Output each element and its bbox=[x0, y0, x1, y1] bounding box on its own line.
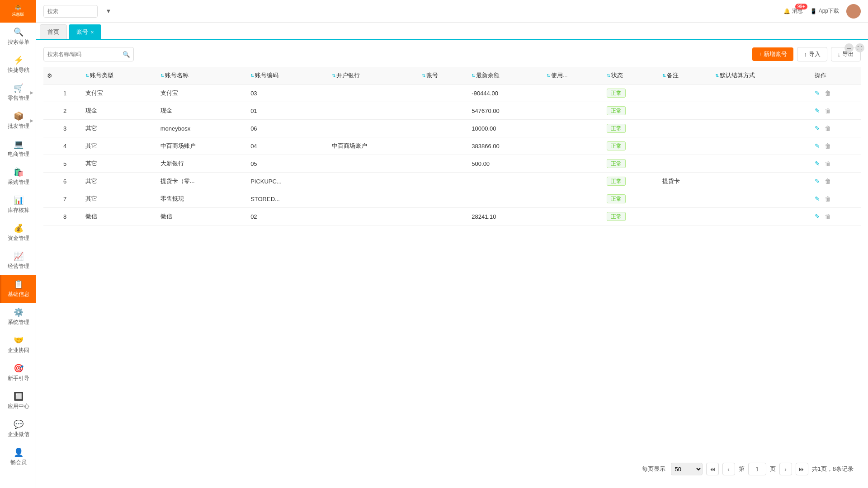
sidebar-item-finance[interactable]: 💰 资金管理 bbox=[0, 219, 36, 247]
top-header: ▼ 🔔 消息 99+ 📱 App下载 bbox=[36, 0, 868, 23]
retail-icon: 🛒 bbox=[14, 83, 24, 93]
sidebar-label-operations: 经营管理 bbox=[8, 263, 29, 270]
cell-gear-7 bbox=[43, 208, 60, 225]
sidebar-label-system: 系统管理 bbox=[8, 319, 29, 326]
edit-button-7[interactable]: ✎ bbox=[815, 213, 820, 220]
cell-type-1: 现金 bbox=[82, 102, 156, 120]
sidebar-item-wechat[interactable]: 💬 企业微信 bbox=[0, 415, 36, 443]
cell-actions-1: ✎ 🗑 bbox=[811, 102, 861, 120]
newbie-icon: 🎯 bbox=[14, 363, 24, 373]
delete-button-7[interactable]: 🗑 bbox=[825, 213, 831, 220]
delete-button-4[interactable]: 🗑 bbox=[825, 160, 831, 167]
edit-button-6[interactable]: ✎ bbox=[815, 195, 820, 202]
cell-status-5: 正常 bbox=[603, 173, 659, 190]
table-search-input[interactable] bbox=[44, 51, 119, 57]
system-icon: ⚙️ bbox=[14, 307, 24, 317]
next-page-button[interactable]: › bbox=[779, 463, 792, 475]
col-usage[interactable]: ⇅使用... bbox=[543, 67, 603, 84]
col-settle[interactable]: ⇅默认结算方式 bbox=[712, 67, 811, 84]
edit-button-3[interactable]: ✎ bbox=[815, 142, 820, 150]
sidebar-item-wholesale[interactable]: 📦 批发管理 ▶ bbox=[0, 107, 36, 135]
edit-button-4[interactable]: ✎ bbox=[815, 160, 820, 167]
cell-account-2 bbox=[418, 120, 468, 137]
table-row: 7 其它 零售抵现 STORED... 正常 ✎ 🗑 bbox=[43, 190, 861, 208]
message-badge: 99+ bbox=[795, 4, 807, 9]
col-balance[interactable]: ⇅最新余额 bbox=[468, 67, 542, 84]
cell-status-7: 正常 bbox=[603, 208, 659, 225]
prev-page-button[interactable]: ‹ bbox=[722, 463, 735, 475]
message-button[interactable]: 🔔 消息 99+ bbox=[783, 7, 803, 15]
cell-name-2: moneybosx bbox=[157, 120, 247, 137]
cell-bank-1 bbox=[328, 102, 418, 120]
sidebar-label-enterprise: 企业协同 bbox=[8, 347, 29, 354]
sidebar-item-shortcut[interactable]: ⚡ 快捷导航 bbox=[0, 51, 36, 79]
col-status[interactable]: ⇅状态 bbox=[603, 67, 659, 84]
edit-button-5[interactable]: ✎ bbox=[815, 178, 820, 185]
sidebar-item-newbie[interactable]: 🎯 新手引导 bbox=[0, 359, 36, 387]
edit-button-2[interactable]: ✎ bbox=[815, 125, 820, 132]
maximize-button[interactable]: ⛶ bbox=[855, 43, 864, 52]
user-avatar[interactable] bbox=[846, 4, 861, 19]
export-icon: ↓ bbox=[838, 51, 841, 58]
sidebar-item-inventory[interactable]: 📊 库存核算 bbox=[0, 191, 36, 219]
cell-usage-6 bbox=[543, 190, 603, 208]
cell-bank-3: 中百商场账户 bbox=[328, 137, 418, 155]
tab-account[interactable]: 账号 × bbox=[69, 24, 101, 39]
top-search-input[interactable] bbox=[43, 5, 98, 18]
cell-usage-7 bbox=[543, 208, 603, 225]
edit-button-1[interactable]: ✎ bbox=[815, 107, 820, 114]
import-icon: ↑ bbox=[804, 51, 807, 58]
cell-account-5 bbox=[418, 173, 468, 190]
col-remark[interactable]: ⇅备注 bbox=[659, 67, 712, 84]
sidebar-item-system[interactable]: ⚙️ 系统管理 bbox=[0, 303, 36, 331]
edit-button-0[interactable]: ✎ bbox=[815, 89, 820, 97]
sidebar-item-enterprise[interactable]: 🤝 企业协同 bbox=[0, 331, 36, 359]
col-type[interactable]: ⇅账号类型 bbox=[82, 67, 156, 84]
cell-bank-7 bbox=[328, 208, 418, 225]
sidebar-item-basic[interactable]: 📋 基础信息 bbox=[0, 275, 36, 303]
sidebar-item-member[interactable]: 👤 畅会员 bbox=[0, 443, 36, 471]
delete-button-5[interactable]: 🗑 bbox=[825, 178, 831, 185]
table-search-button[interactable]: 🔍 bbox=[119, 47, 133, 61]
minimize-button[interactable]: — bbox=[844, 43, 854, 52]
sidebar-item-retail[interactable]: 🛒 零售管理 ▶ bbox=[0, 79, 36, 107]
cell-index-4: 5 bbox=[60, 155, 82, 173]
import-button[interactable]: ↑ 导入 bbox=[797, 47, 827, 61]
table-row: 1 支付宝 支付宝 03 -90444.00 正常 ✎ 🗑 bbox=[43, 84, 861, 102]
page-size-select[interactable]: 50 20 100 bbox=[671, 463, 703, 475]
dropdown-button[interactable]: ▼ bbox=[102, 5, 115, 18]
tab-home[interactable]: 首页 bbox=[40, 24, 67, 39]
add-account-button[interactable]: + 新增账号 bbox=[752, 47, 793, 61]
settings-icon[interactable]: ⚙ bbox=[47, 72, 52, 79]
delete-button-2[interactable]: 🗑 bbox=[825, 125, 831, 132]
sidebar: 🐯 乐惠版 🔍 搜索菜单 ⚡ 快捷导航 🛒 零售管理 ▶📦 批发管理 ▶💻 电商… bbox=[0, 0, 36, 488]
cell-index-3: 4 bbox=[60, 137, 82, 155]
first-page-button[interactable]: ⏮ bbox=[706, 463, 719, 475]
sidebar-label-ecom: 电商管理 bbox=[8, 150, 29, 158]
delete-button-0[interactable]: 🗑 bbox=[825, 89, 831, 97]
sidebar-item-search[interactable]: 🔍 搜索菜单 bbox=[0, 23, 36, 51]
cell-remark-3 bbox=[659, 137, 712, 155]
cell-index-7: 8 bbox=[60, 208, 82, 225]
col-code[interactable]: ⇅账号编码 bbox=[247, 67, 328, 84]
col-name[interactable]: ⇅账号名称 bbox=[157, 67, 247, 84]
cell-code-0: 03 bbox=[247, 84, 328, 102]
cell-usage-3 bbox=[543, 137, 603, 155]
sidebar-item-operations[interactable]: 📈 经营管理 bbox=[0, 247, 36, 275]
tab-close-account[interactable]: × bbox=[91, 29, 94, 35]
delete-button-3[interactable]: 🗑 bbox=[825, 142, 831, 150]
last-page-button[interactable]: ⏭ bbox=[796, 463, 808, 475]
content-area: — ⛶ 🔍 + 新增账号 ↑ 导入 ↓ 导出 bbox=[36, 40, 868, 488]
cell-name-5: 提货卡（零... bbox=[157, 173, 247, 190]
cell-settle-1 bbox=[712, 102, 811, 120]
sidebar-item-ecom[interactable]: 💻 电商管理 bbox=[0, 135, 36, 163]
sidebar-item-purchase[interactable]: 🛍️ 采购管理 bbox=[0, 163, 36, 191]
app-download-button[interactable]: 📱 App下载 bbox=[810, 7, 839, 15]
col-account[interactable]: ⇅账号 bbox=[418, 67, 468, 84]
delete-button-6[interactable]: 🗑 bbox=[825, 195, 831, 202]
col-bank[interactable]: ⇅开户银行 bbox=[328, 67, 418, 84]
logo-icon: 🐯 bbox=[15, 5, 21, 11]
current-page-input[interactable] bbox=[748, 463, 766, 475]
delete-button-1[interactable]: 🗑 bbox=[825, 107, 831, 114]
sidebar-item-appcenter[interactable]: 🔲 应用中心 bbox=[0, 387, 36, 415]
